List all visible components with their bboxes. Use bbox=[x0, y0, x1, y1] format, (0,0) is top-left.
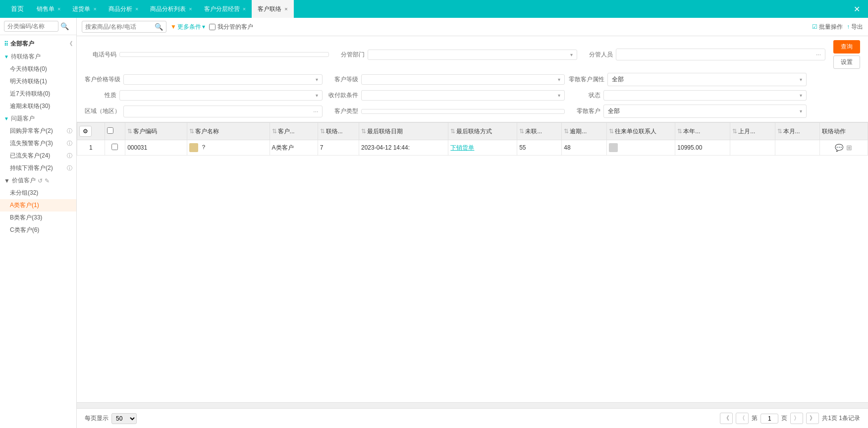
close-tab-3[interactable]: × bbox=[189, 6, 192, 12]
td-uncontacted: 55 bbox=[517, 140, 562, 156]
sort-icon-type: ⇅ bbox=[272, 128, 277, 135]
sidebar-item-class-b[interactable]: B类客户(33) bbox=[0, 212, 76, 224]
sidebar-item-7days[interactable]: 近7天待联络(0) bbox=[0, 88, 76, 100]
window-close-btn[interactable]: ✕ bbox=[850, 4, 864, 14]
page-size-area: 每页显示 50 10 20 100 bbox=[85, 413, 137, 424]
tab-customer-contact[interactable]: 客户联络 × bbox=[252, 0, 293, 18]
search-input[interactable] bbox=[85, 23, 155, 30]
filter-status-select[interactable]: ▾ bbox=[603, 90, 807, 101]
tab-purchase-order[interactable]: 进货单 × bbox=[66, 0, 102, 18]
th-overdue: ⇅ 逾期... bbox=[562, 123, 606, 140]
filter-btn[interactable]: ▼ 更多条件 ▾ bbox=[170, 23, 205, 31]
sort-icon-last-date: ⇅ bbox=[361, 128, 366, 135]
settings-btn[interactable]: 设置 bbox=[833, 55, 860, 69]
query-btn[interactable]: 查询 bbox=[833, 40, 860, 54]
price-arrow: ▾ bbox=[316, 77, 318, 82]
th-this-month: ⇅ 本月... bbox=[775, 123, 819, 140]
sort-icon-last-month: ⇅ bbox=[732, 128, 737, 135]
filter-dept: 分管部门 ▾ bbox=[333, 50, 577, 60]
my-customers-checkbox-area[interactable]: 我分管的客户 bbox=[209, 23, 253, 31]
problem-customers-group[interactable]: ▼ 问题客户 bbox=[0, 112, 76, 125]
edit-icon[interactable]: ✎ bbox=[45, 177, 50, 184]
info-icon-2: ⓘ bbox=[67, 152, 72, 160]
filter-status-label: 状态 bbox=[569, 91, 603, 100]
tab-product-analysis-list[interactable]: 商品分析列表 × bbox=[144, 0, 198, 18]
sort-icon-name: ⇅ bbox=[189, 128, 194, 135]
sidebar-search-icon[interactable]: 🔍 bbox=[60, 22, 69, 30]
tab-sales-order[interactable]: 销售单 × bbox=[31, 0, 66, 18]
page-input[interactable] bbox=[760, 414, 778, 424]
last-page-btn[interactable]: 》 bbox=[806, 413, 819, 424]
filter-scatter-attr-select[interactable]: 全部 ▾ bbox=[607, 73, 807, 86]
close-tab-2[interactable]: × bbox=[135, 6, 138, 12]
close-tab-5[interactable]: × bbox=[284, 6, 287, 12]
close-tab-4[interactable]: × bbox=[243, 6, 246, 12]
sidebar-item-tomorrow[interactable]: 明天待联络(1) bbox=[0, 75, 76, 88]
person-dots-btn[interactable]: ··· bbox=[816, 51, 821, 58]
first-page-btn[interactable]: 《 bbox=[720, 413, 733, 424]
collapse-icon[interactable]: 《 bbox=[67, 40, 72, 48]
value-triangle: ▼ bbox=[4, 177, 10, 184]
filter-price-select[interactable]: ▾ bbox=[123, 74, 323, 85]
filter-region-input[interactable]: ··· bbox=[123, 106, 323, 117]
th-code: ⇅ 客户编码 bbox=[125, 123, 187, 140]
filter-payment-select[interactable]: ▾ bbox=[361, 90, 564, 101]
filter-dept-select[interactable]: ▾ bbox=[368, 50, 577, 60]
horizontal-scrollbar[interactable] bbox=[77, 402, 868, 408]
sidebar-search-input[interactable] bbox=[4, 21, 58, 32]
filter-cust-level-select[interactable]: ▾ bbox=[361, 74, 564, 85]
problem-customers-label: 问题客户 bbox=[11, 114, 35, 123]
region-dots-btn[interactable]: ··· bbox=[313, 108, 318, 115]
export-btn[interactable]: ↑ 导出 bbox=[847, 23, 863, 31]
td-contact: 7 bbox=[318, 140, 359, 156]
sidebar-item-churned[interactable]: 已流失客户(24) ⓘ bbox=[0, 150, 76, 162]
td-type: A类客户 bbox=[270, 140, 318, 156]
refresh-icon[interactable]: ↺ bbox=[38, 177, 43, 184]
filter-phone-input[interactable] bbox=[119, 52, 329, 57]
page-size-select[interactable]: 50 10 20 100 bbox=[111, 413, 137, 424]
sidebar-item-overdue[interactable]: 逾期未联络(30) bbox=[0, 100, 76, 112]
my-customers-checkbox[interactable] bbox=[209, 24, 216, 30]
filter-person-input[interactable]: ··· bbox=[616, 49, 825, 60]
td-name: ？ bbox=[187, 140, 270, 156]
filter-row-3: 性质 ▾ 收付款条件 ▾ 状态 ▾ bbox=[85, 90, 860, 101]
grid-icon[interactable]: ⊞ bbox=[846, 144, 852, 152]
sidebar-item-repurchase-anomaly[interactable]: 回购异常客户(2) ⓘ bbox=[0, 125, 76, 137]
filter-phone-label: 电话号码 bbox=[85, 51, 119, 59]
filter-nature-select[interactable]: ▾ bbox=[119, 90, 323, 101]
td-checkbox bbox=[105, 140, 125, 156]
select-all-checkbox[interactable] bbox=[107, 127, 113, 134]
sidebar-item-today[interactable]: 今天待联络(0) bbox=[0, 63, 76, 75]
sidebar-item-ungrouped[interactable]: 未分组(32) bbox=[0, 187, 76, 199]
tab-product-analysis[interactable]: 商品分析 × bbox=[103, 0, 144, 18]
close-tab-1[interactable]: × bbox=[93, 6, 96, 12]
sidebar-content: ⠿ 全部客户 《 ▼ 待联络客户 今天待联络(0) 明天待联络(1) 近7天待联… bbox=[0, 35, 76, 428]
info-icon-1: ⓘ bbox=[67, 140, 72, 147]
sidebar-item-class-a[interactable]: A类客户(1) bbox=[0, 199, 76, 212]
row-checkbox[interactable] bbox=[111, 144, 118, 150]
sidebar-item-churn-warning[interactable]: 流失预警客户(3) ⓘ bbox=[0, 137, 76, 150]
chat-icon[interactable]: 💬 bbox=[835, 144, 843, 152]
all-customers-header[interactable]: ⠿ 全部客户 《 bbox=[0, 37, 76, 51]
pending-contact-group[interactable]: ▼ 待联络客户 bbox=[0, 51, 76, 63]
sidebar-item-declining[interactable]: 持续下滑客户(2) ⓘ bbox=[0, 162, 76, 174]
page-end-label: 页 bbox=[781, 414, 787, 423]
scatter-cust-arrow: ▾ bbox=[800, 108, 802, 114]
prev-page-btn[interactable]: 〈 bbox=[736, 413, 749, 424]
close-tab-0[interactable]: × bbox=[57, 6, 60, 12]
filter-cust-type-input[interactable] bbox=[361, 109, 564, 114]
sidebar-item-class-c[interactable]: C类客户(6) bbox=[0, 224, 76, 236]
sort-icon-overdue: ⇅ bbox=[564, 128, 569, 135]
tab-customer-segment[interactable]: 客户分层经营 × bbox=[198, 0, 252, 18]
gear-settings-btn[interactable]: ⚙ bbox=[79, 126, 92, 137]
search-icon[interactable]: 🔍 bbox=[155, 23, 163, 31]
search-box[interactable]: 🔍 bbox=[82, 21, 166, 33]
th-last-month: ⇅ 上月... bbox=[730, 123, 775, 140]
filter-scatter-cust-select[interactable]: 全部 ▾ bbox=[603, 105, 807, 118]
batch-op-btn[interactable]: ☑ 批量操作 bbox=[812, 23, 843, 31]
export-label: 导出 bbox=[851, 23, 863, 31]
home-tab[interactable]: 首页 bbox=[4, 4, 31, 13]
last-method-link[interactable]: 下销货单 bbox=[450, 144, 474, 151]
next-page-btn[interactable]: 〉 bbox=[790, 413, 803, 424]
value-customers-group[interactable]: ▼ 价值客户 ↺ ✎ bbox=[0, 174, 76, 187]
